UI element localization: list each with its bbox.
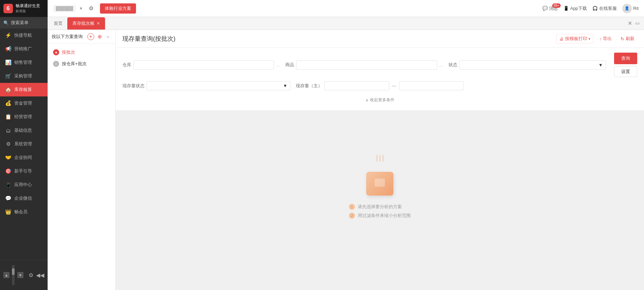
tabbar-close-icon[interactable]: ✕ bbox=[628, 20, 632, 26]
stock-quantity-range: — bbox=[324, 81, 464, 90]
filter-area: 仓库 ... 商品 ... 状态 ▼ bbox=[116, 48, 644, 111]
app-name: 畅康通好生意 bbox=[16, 3, 40, 9]
messages-btn[interactable]: 💬 消息 99+ bbox=[542, 5, 558, 12]
sidebar-item-member[interactable]: 👑 畅会员 bbox=[0, 205, 48, 219]
collapse-more-btn[interactable]: ∧ 收起更多条件 bbox=[122, 94, 637, 106]
filter-settings-button[interactable]: 设置 bbox=[614, 66, 637, 77]
product-more-icon[interactable]: ... bbox=[439, 62, 443, 68]
print-icon: 🖨 bbox=[559, 36, 564, 41]
left-panel-title: 按以下方案查询 bbox=[52, 34, 83, 40]
export-icon: ↑ bbox=[599, 36, 602, 41]
empty-box-face bbox=[375, 179, 385, 187]
left-panel-collapse-btn[interactable]: « bbox=[105, 34, 111, 40]
sidebar-item-operations[interactable]: 📋 经营管理 bbox=[0, 110, 48, 124]
user-name: Rit bbox=[633, 6, 639, 11]
left-panel-header: 按以下方案查询 + ⊕ « bbox=[48, 30, 115, 44]
warehouse-input[interactable] bbox=[133, 60, 274, 70]
sidebar-item-newuser[interactable]: 🎯 新手引导 bbox=[0, 164, 48, 178]
sidebar-item-finance[interactable]: 💰 资金管理 bbox=[0, 96, 48, 110]
export-btn[interactable]: ↑ 导出 bbox=[597, 34, 615, 43]
tab-inventory-batch-label: 库存批次账 bbox=[72, 20, 95, 26]
filter-range-dash: — bbox=[389, 83, 399, 88]
app-version: 标准版 bbox=[16, 9, 40, 14]
topbar: ██████ ▾ ⚙ 体验行业方案 💬 消息 99+ 📱 App下载 🎧 在线 bbox=[48, 0, 644, 17]
sidebar-item-enterprise[interactable]: 🤝 企业协同 bbox=[0, 151, 48, 164]
stock-status-dropdown-icon: ▼ bbox=[283, 83, 287, 88]
warehouse-label: 仓库 bbox=[122, 62, 131, 68]
page-header: 现存量查询(按批次) 🖨 按模板打印 ▾ ↑ 导出 ↻ 刷新 bbox=[116, 30, 644, 48]
sidebar-scroll-down[interactable]: ▼ bbox=[17, 272, 23, 278]
nav-icon-quicknav: ⚡ bbox=[5, 32, 12, 39]
filter-item-warehouse: 仓库 ... bbox=[122, 60, 280, 70]
empty-hint-1: 1 请先选择要分析的方案 bbox=[349, 204, 411, 210]
collapse-more-label: 收起更多条件 bbox=[370, 97, 394, 103]
sidebar-item-marketing[interactable]: 📢 营销推广 bbox=[0, 42, 48, 56]
hint-text-2: 用过滤条件来缩小分析范围 bbox=[358, 213, 411, 219]
nav-icon-finance: 💰 bbox=[5, 100, 12, 107]
topbar-dropdown[interactable]: ▾ bbox=[80, 6, 82, 11]
app-download-btn[interactable]: 📱 App下载 bbox=[563, 5, 587, 12]
item-icon-by-batch: ● bbox=[53, 49, 59, 55]
refresh-btn[interactable]: ↻ 刷新 bbox=[618, 34, 637, 43]
sidebar-nav: ⚡ 快捷导航 📢 营销推广 📊 销售管理 🛒 采购管理 🏠 库存核算 💰 资金管… bbox=[0, 29, 48, 260]
stock-status-label: 现存量状态 bbox=[122, 83, 145, 89]
sidebar-item-purchase[interactable]: 🛒 采购管理 bbox=[0, 69, 48, 83]
app-download-icon: 📱 bbox=[563, 6, 569, 11]
tab-close-icon[interactable]: ✕ bbox=[97, 21, 100, 26]
settings-icon[interactable]: ⚙ bbox=[29, 272, 33, 278]
left-panel-list: ● 按批次 ○ 按仓库+批次 bbox=[48, 44, 115, 72]
filter-buttons: 查询 设置 bbox=[614, 53, 637, 77]
experience-btn[interactable]: 体验行业方案 bbox=[100, 3, 136, 14]
tabbar: 首页 库存批次账 ✕ ✕ ⇔ bbox=[48, 17, 644, 30]
left-panel-item-by-warehouse-batch[interactable]: ○ 按仓库+批次 bbox=[48, 58, 115, 70]
nav-icon-sales: 📊 bbox=[5, 59, 12, 66]
sidebar-item-basic[interactable]: 🗂 基础信息 bbox=[0, 124, 48, 137]
sidebar-item-system[interactable]: ⚙ 系统管理 bbox=[0, 137, 48, 151]
sidebar-item-inventory[interactable]: 🏠 库存核算 bbox=[0, 83, 48, 96]
warehouse-more-icon[interactable]: ... bbox=[276, 62, 280, 68]
nav-icon-operations: 📋 bbox=[5, 113, 12, 120]
main-area: ██████ ▾ ⚙ 体验行业方案 💬 消息 99+ 📱 App下载 🎧 在线 bbox=[48, 0, 644, 290]
page-container: 按以下方案查询 + ⊕ « ● 按批次 ○ 按 bbox=[48, 30, 644, 290]
sidebar-item-sales[interactable]: 📊 销售管理 bbox=[0, 56, 48, 69]
query-button[interactable]: 查询 bbox=[614, 53, 637, 64]
hint-num-1: 1 bbox=[349, 204, 355, 210]
sidebar-item-appcenter[interactable]: 📱 应用中心 bbox=[0, 178, 48, 192]
nav-icon-inventory: 🏠 bbox=[5, 86, 12, 93]
print-dropdown-icon: ▾ bbox=[589, 37, 590, 41]
tab-home[interactable]: 首页 bbox=[49, 17, 67, 30]
left-panel-add-btn[interactable]: + bbox=[87, 33, 94, 40]
left-panel-item-by-batch[interactable]: ● 按批次 bbox=[48, 47, 115, 58]
stock-quantity-max[interactable] bbox=[399, 81, 464, 90]
stock-quantity-min[interactable] bbox=[324, 81, 389, 90]
filter-row-2: 现存量状态 ▼ 现存量（主） — bbox=[122, 81, 637, 90]
user-area[interactable]: 👤 Rit bbox=[622, 4, 639, 13]
search-icon: 🔍 bbox=[3, 20, 9, 25]
sidebar-search-item[interactable]: 🔍 搜索菜单 bbox=[0, 17, 48, 29]
app-logo: 6 bbox=[3, 4, 13, 13]
product-input[interactable] bbox=[296, 60, 437, 70]
sidebar-scroll-up[interactable]: ▲ bbox=[3, 272, 10, 278]
hint-text-1: 请先选择要分析的方案 bbox=[358, 204, 402, 210]
sidebar-item-wechat[interactable]: 💬 企业微信 bbox=[0, 192, 48, 205]
status-select[interactable]: ▼ bbox=[459, 60, 606, 70]
sidebar-scrollbar-thumb bbox=[12, 268, 15, 275]
stock-status-select[interactable]: ▼ bbox=[147, 81, 290, 90]
empty-state: 1 请先选择要分析的方案 2 用过滤条件来缩小分析范围 bbox=[116, 111, 644, 290]
tabbar-right: ✕ ⇔ bbox=[628, 20, 643, 27]
print-btn[interactable]: 🖨 按模板打印 ▾ bbox=[556, 34, 593, 43]
collapse-sidebar-icon[interactable]: ◀◀ bbox=[36, 272, 44, 278]
item-label-by-warehouse-batch: 按仓库+批次 bbox=[62, 61, 87, 67]
tab-home-label: 首页 bbox=[54, 20, 63, 26]
collapse-more-icon: ∧ bbox=[366, 98, 369, 103]
sidebar-item-quicknav[interactable]: ⚡ 快捷导航 bbox=[0, 29, 48, 42]
left-panel-settings-btn[interactable]: ⊕ bbox=[96, 33, 103, 40]
message-icon: 💬 bbox=[542, 6, 548, 11]
tab-inventory-batch[interactable]: 库存批次账 ✕ bbox=[67, 17, 105, 30]
topbar-gear-icon[interactable]: ⚙ bbox=[86, 4, 96, 13]
status-dropdown-icon: ▼ bbox=[598, 62, 603, 68]
online-service-btn[interactable]: 🎧 在线客服 bbox=[592, 5, 617, 12]
filter-item-status: 状态 ▼ bbox=[448, 60, 606, 70]
tabbar-expand-icon[interactable]: ⇔ bbox=[635, 20, 640, 27]
app-info: 畅康通好生意 标准版 bbox=[16, 3, 40, 14]
